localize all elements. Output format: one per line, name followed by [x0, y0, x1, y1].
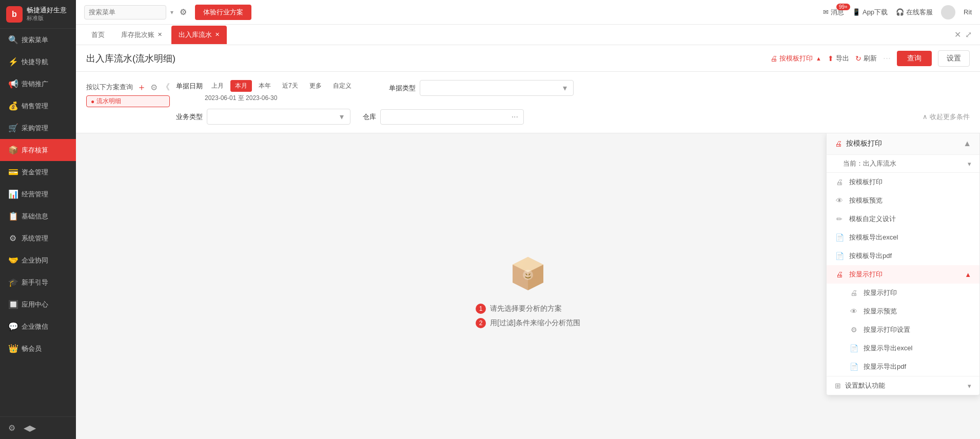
message-badge: 99+: [836, 4, 850, 10]
biz-type-select[interactable]: ▾: [207, 109, 350, 125]
display-print-group[interactable]: 🖨 按显示打印 ▲: [827, 265, 979, 284]
refresh-button[interactable]: ↻ 刷新: [855, 54, 877, 63]
biz-type-filter: 业务类型 ▾: [176, 109, 350, 125]
template-preview-item[interactable]: 👁 按模板预览: [827, 191, 979, 210]
tabs-right-actions: ✕ ⤢: [954, 30, 972, 39]
date-btn-more[interactable]: 更多: [305, 80, 326, 92]
trial-industry-button[interactable]: 体验行业方案: [195, 5, 251, 20]
filter-row-2: 业务类型 ▾ 仓库 ··· ∧: [176, 109, 970, 125]
page-header: 出入库流水(流水明细) 🖨 按模板打印 ▲ ⬆ 导出 ↻ 刷新 ··· 查询 设…: [76, 45, 980, 72]
sidebar-item-label: 企业微信: [22, 322, 48, 331]
export-button[interactable]: ⬆ 导出: [828, 54, 849, 63]
date-btn-this-year[interactable]: 本年: [254, 80, 276, 92]
template-print-item[interactable]: 🖨 按模板打印: [827, 173, 979, 191]
tab-batch-close[interactable]: ✕: [158, 31, 162, 38]
topbar-gear-icon[interactable]: ⚙: [180, 7, 187, 17]
display-export-excel-item[interactable]: 📄 按显示导出excel: [827, 339, 979, 357]
topbar-search-input[interactable]: [84, 5, 166, 19]
sidebar-item-label: 经营管理: [22, 190, 48, 199]
sidebar-item-basic[interactable]: 📋 基础信息: [0, 205, 76, 227]
page-header-right: 🖨 按模板打印 ▲ ⬆ 导出 ↻ 刷新 ··· 查询 设置: [770, 50, 970, 67]
date-btn-last-month[interactable]: 上月: [207, 80, 228, 92]
sidebar-item-sales[interactable]: 💰 销售管理: [0, 95, 76, 117]
sidebar-item-app-center[interactable]: 🔲 应用中心: [0, 293, 76, 315]
filter-tag: ● 流水明细: [86, 95, 170, 107]
tab-close-all-icon[interactable]: ✕: [954, 30, 961, 39]
header-dots[interactable]: ···: [883, 53, 891, 64]
display-print-item[interactable]: 🖨 按显示打印: [827, 284, 979, 302]
user-avatar[interactable]: [941, 5, 955, 19]
display-preview-icon: 👁: [849, 307, 858, 315]
sidebar-item-operations[interactable]: 📊 经营管理: [0, 183, 76, 205]
sidebar-item-quick-nav[interactable]: ⚡ 快捷导航: [0, 51, 76, 73]
display-settings-item[interactable]: ⚙ 按显示打印设置: [827, 321, 979, 339]
sidebar-item-marketing[interactable]: 📢 营销推广: [0, 73, 76, 95]
tab-batch-label: 库存批次账: [121, 30, 154, 39]
template-custom-label: 模板自定义设计: [849, 214, 896, 224]
tab-bar: 首页 库存批次账 ✕ 出入库流水 ✕ ✕ ⤢: [76, 25, 980, 45]
template-pdf-icon: 📄: [835, 252, 844, 260]
print-current-template[interactable]: 当前：出入库流水 ▾: [827, 155, 979, 173]
app-download-button[interactable]: 📱 App下载: [852, 8, 888, 17]
refresh-icon: ↻: [855, 54, 861, 63]
template-export-excel-item[interactable]: 📄 按模板导出excel: [827, 228, 979, 247]
tab-batch[interactable]: 库存批次账 ✕: [114, 26, 169, 44]
sidebar-item-label: 快捷导航: [22, 57, 48, 67]
svg-point-4: [523, 270, 533, 280]
set-default-footer[interactable]: ⊞ 设置默认功能 ▾: [827, 376, 979, 395]
print-panel-collapse-icon[interactable]: ▲: [963, 139, 971, 148]
query-button[interactable]: 查询: [897, 51, 932, 66]
filter-settings-icon[interactable]: ⚙: [150, 83, 158, 92]
sidebar-item-system[interactable]: ⚙ 系统管理: [0, 227, 76, 249]
current-template-label: 当前：出入库流水: [843, 159, 896, 168]
marketing-icon: 📢: [8, 79, 17, 89]
settings-button[interactable]: 设置: [938, 50, 970, 67]
tab-flow[interactable]: 出入库流水 ✕: [171, 26, 227, 44]
sidebar-item-cooperation[interactable]: 🤝 企业协同: [0, 249, 76, 271]
sidebar-item-finance[interactable]: 💳 资金管理: [0, 161, 76, 183]
empty-state: 1 请先选择要分析的方案 2 用[过滤]条件来缩小分析范围: [476, 244, 580, 328]
topbar-right: ✉ 消息 99+ 📱 App下载 🎧 在线客服 Rit: [823, 5, 972, 19]
sidebar-item-guide[interactable]: 🎓 新手引导: [0, 271, 76, 293]
current-template-arrow: ▾: [968, 160, 971, 168]
sidebar-item-wechat[interactable]: 💬 企业微信: [0, 315, 76, 337]
date-btn-7days[interactable]: 近7天: [278, 80, 303, 92]
template-custom-item[interactable]: ✏ 模板自定义设计: [827, 210, 979, 228]
sales-icon: 💰: [8, 101, 17, 111]
page-title: 出入库流水(流水明细): [86, 52, 175, 65]
brand-version: 标准版: [27, 14, 67, 22]
collapse-button[interactable]: ∧ 收起更多条件: [923, 112, 970, 122]
template-preview-icon: 👁: [835, 196, 844, 205]
tab-expand-icon[interactable]: ⤢: [965, 30, 972, 39]
sidebar-item-member[interactable]: 👑 畅会员: [0, 337, 76, 360]
sidebar-item-inventory[interactable]: 📦 库存核算: [0, 139, 76, 161]
template-export-excel-label: 按模板导出excel: [849, 233, 898, 242]
topbar-dropdown-icon[interactable]: ▾: [170, 9, 173, 16]
template-custom-icon: ✏: [835, 215, 844, 223]
step-1-label: 请先选择要分析的方案: [490, 304, 562, 313]
message-button[interactable]: ✉ 消息 99+: [823, 8, 844, 17]
set-default-arrow: ▾: [968, 382, 971, 390]
quick-nav-icon: ⚡: [8, 57, 17, 67]
template-export-pdf-item[interactable]: 📄 按模板导出pdf: [827, 247, 979, 265]
collapse-icon[interactable]: ◀▶: [24, 423, 36, 433]
sidebar-item-search[interactable]: 🔍 搜索菜单: [0, 29, 76, 51]
online-service-button[interactable]: 🎧 在线客服: [896, 8, 933, 17]
display-export-pdf-item[interactable]: 📄 按显示导出pdf: [827, 357, 979, 376]
date-buttons: 上月 本月 本年 近7天 更多 自定义: [207, 80, 356, 92]
filter-add-icon[interactable]: ＋: [137, 81, 146, 93]
warehouse-select[interactable]: ···: [380, 109, 524, 125]
sidebar-item-purchase[interactable]: 🛒 采购管理: [0, 117, 76, 139]
doc-type-select[interactable]: ▾: [420, 80, 574, 96]
display-preview-label: 按显示预览: [864, 307, 897, 316]
tab-home[interactable]: 首页: [84, 26, 112, 44]
filter-collapse-icon[interactable]: 《: [162, 82, 170, 93]
display-preview-item[interactable]: 👁 按显示预览: [827, 302, 979, 321]
display-printer-icon: 🖨: [849, 289, 858, 297]
tab-flow-close[interactable]: ✕: [215, 31, 220, 38]
date-range: 2023-06-01 至 2023-06-30: [176, 94, 356, 103]
date-btn-custom[interactable]: 自定义: [328, 80, 356, 92]
settings-icon[interactable]: ⚙: [8, 423, 15, 433]
print-template-button[interactable]: 🖨 按模板打印 ▲: [770, 54, 821, 63]
date-btn-this-month[interactable]: 本月: [230, 80, 252, 92]
